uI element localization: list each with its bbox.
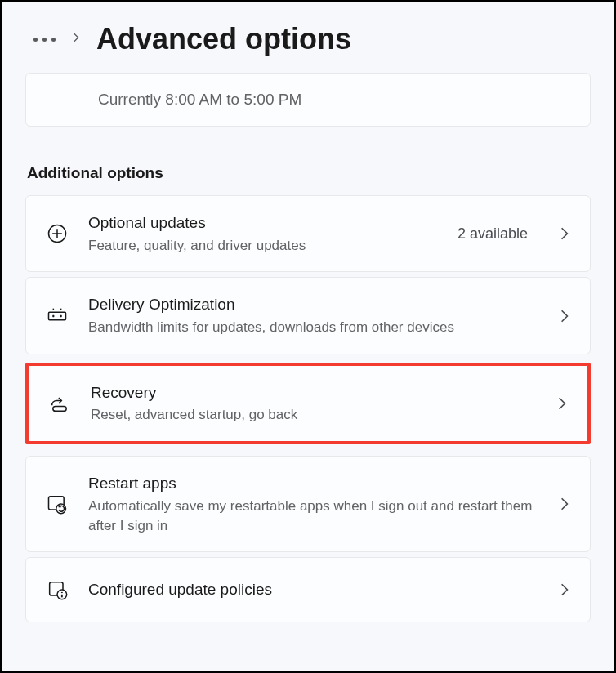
optional-updates-row[interactable]: Optional updates Feature, quality, and d…	[25, 195, 591, 272]
option-subtitle: Bandwidth limits for updates, downloads …	[88, 318, 539, 337]
option-title: Configured update policies	[88, 579, 539, 601]
option-subtitle: Feature, quality, and driver updates	[88, 236, 440, 256]
page-title: Advanced options	[96, 22, 351, 56]
option-text: Optional updates Feature, quality, and d…	[88, 212, 440, 255]
delivery-optimization-row[interactable]: Delivery Optimization Bandwidth limits f…	[25, 277, 591, 354]
option-text: Delivery Optimization Bandwidth limits f…	[88, 294, 539, 336]
svg-rect-3	[49, 312, 66, 319]
recovery-row[interactable]: Recovery Reset, advanced startup, go bac…	[25, 363, 591, 444]
option-subtitle: Reset, advanced startup, go back	[91, 405, 537, 425]
breadcrumb: Advanced options	[2, 2, 614, 73]
option-text: Restart apps Automatically save my resta…	[88, 473, 539, 535]
chevron-right-icon	[70, 32, 82, 47]
configured-policies-row[interactable]: Configured update policies	[25, 557, 591, 622]
section-heading: Additional options	[27, 164, 591, 182]
delivery-icon	[44, 303, 70, 329]
plus-circle-icon	[44, 221, 70, 247]
option-title: Restart apps	[88, 473, 539, 495]
option-title: Delivery Optimization	[88, 294, 539, 316]
chevron-right-icon	[557, 309, 572, 323]
chevron-right-icon	[557, 582, 572, 597]
svg-rect-6	[53, 406, 66, 411]
policies-icon	[44, 577, 70, 603]
option-title: Optional updates	[88, 212, 440, 234]
option-title: Recovery	[91, 382, 537, 404]
active-hours-text: Currently 8:00 AM to 5:00 PM	[98, 91, 301, 109]
ellipsis-icon[interactable]	[33, 38, 56, 42]
chevron-right-icon	[555, 396, 569, 411]
restart-apps-icon	[44, 491, 70, 517]
option-subtitle: Automatically save my restartable apps w…	[88, 497, 539, 536]
chevron-right-icon	[557, 226, 572, 241]
option-text: Recovery Reset, advanced startup, go bac…	[91, 382, 537, 425]
recovery-icon	[47, 390, 73, 417]
active-hours-card[interactable]: Currently 8:00 AM to 5:00 PM	[25, 73, 591, 127]
chevron-right-icon	[557, 497, 572, 511]
available-count: 2 available	[458, 225, 528, 243]
option-text: Configured update policies	[88, 579, 539, 601]
restart-apps-row[interactable]: Restart apps Automatically save my resta…	[25, 456, 591, 552]
